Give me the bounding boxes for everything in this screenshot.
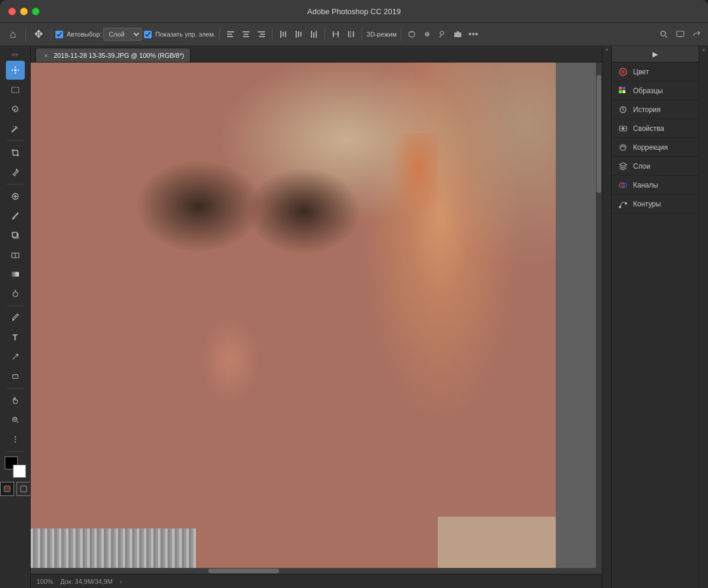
distribute-2-button[interactable] [345,28,358,41]
move-tool-button[interactable]: ✥ [30,26,47,42]
path-select-tool[interactable] [6,347,25,366]
channels-icon [618,180,628,190]
gradient-tool[interactable] [6,265,25,284]
play-icon: ▶ [653,50,658,58]
panel-item-samples[interactable]: Образцы [612,81,699,100]
search-button[interactable] [657,28,670,41]
panel-item-paths[interactable]: Контуры [612,195,699,213]
background-color[interactable] [13,465,26,478]
svg-rect-9 [280,31,281,38]
more-options-button[interactable]: ••• [467,28,480,41]
close-button[interactable] [8,8,16,15]
history-icon [618,104,628,115]
samples-icon [618,86,628,96]
close-tab-btn[interactable]: × [42,51,50,60]
svg-rect-11 [285,31,286,37]
svg-rect-17 [316,31,317,38]
show-transform-label: Показать упр. элем. [155,31,215,38]
change-screen-btn[interactable] [17,482,31,496]
align-right-button[interactable] [255,28,268,41]
tools-collapse-btn[interactable]: «» [6,50,25,59]
dodge-tool[interactable] [6,284,25,303]
svg-rect-14 [300,32,301,37]
move-tool[interactable] [6,61,25,80]
autoselect-group: Автовыбор: Слой Группу [55,28,142,41]
canvas-tabs: × 2019-11-28 13-35-39.JPG @ 100% (RGB/8*… [31,46,602,63]
toolbar-right [657,28,703,41]
panel-item-channels[interactable]: Каналы [612,176,699,195]
svg-point-43 [14,439,15,440]
canvas-viewport[interactable] [31,63,602,574]
maximize-button[interactable] [32,8,40,15]
align-bottom-button[interactable] [307,28,320,41]
rotate-3d-button[interactable] [405,28,418,41]
zoom-3d-button[interactable] [436,28,449,41]
camera-3d-button[interactable] [451,28,464,41]
status-arrow[interactable]: › [120,578,122,585]
status-bar: 100% Док: 34,9M/34,9M › [31,574,602,588]
svg-point-59 [620,206,621,208]
marquee-tool[interactable] [6,80,25,99]
autoselect-checkbox[interactable] [55,31,63,38]
eyedropper-tool[interactable] [6,163,25,182]
canvas-tab[interactable]: × 2019-11-28 13-35-39.JPG @ 100% (RGB/8*… [35,48,191,62]
horizontal-scrollbar[interactable] [31,568,596,574]
magic-wand-tool[interactable] [6,119,25,138]
align-top-button[interactable] [277,28,290,41]
svg-point-44 [14,441,15,442]
color-swatches[interactable] [5,456,26,478]
vertical-scrollbar-thumb[interactable] [596,75,601,193]
vertical-scrollbar[interactable] [596,63,602,574]
svg-rect-38 [12,272,19,277]
lasso-tool[interactable] [6,100,25,119]
svg-rect-29 [12,87,19,93]
align-center-v-button[interactable] [240,28,253,41]
panel-item-correction[interactable]: Коррекция [612,138,699,157]
zoom-level: 100% [37,578,53,585]
right-panel-wrapper: « ▶ Цвет Обр [602,46,708,588]
align-left-button[interactable] [224,28,237,41]
minimize-button[interactable] [20,8,28,15]
tool-sep-2 [7,184,24,185]
show-transform-group: Показать упр. элем. [144,31,215,38]
panel-collapse-right[interactable]: » [699,46,708,588]
panel-item-history[interactable]: История [612,100,699,119]
quick-mask-btn[interactable] [0,482,14,496]
window-controls[interactable] [8,8,40,15]
collapse-icon-right[interactable]: » [701,48,707,51]
toolbar-sep-4 [272,28,273,41]
crop-tool[interactable] [6,143,25,162]
properties-label: Свойства [633,124,664,133]
paths-icon [618,199,628,209]
panel-item-layers[interactable]: Слои [612,157,699,176]
svg-rect-45 [4,486,10,492]
shape-tool[interactable] [6,367,25,386]
more-tools-button[interactable] [6,430,25,449]
align-middle-h-button[interactable] [292,28,305,41]
titlebar: Adobe Photoshop CC 2019 [0,0,708,22]
brush-tool[interactable] [6,206,25,225]
show-transform-checkbox[interactable] [144,31,152,38]
screen-mode-button[interactable] [674,28,687,41]
share-button[interactable] [690,28,703,41]
home-button[interactable]: ⌂ [5,26,21,42]
panel-collapse-left[interactable]: « [602,46,611,588]
panel-play-button[interactable]: ▶ [612,46,699,63]
svg-rect-0 [227,31,234,32]
pan-3d-button[interactable] [421,28,434,41]
autoselect-dropdown[interactable]: Слой Группу [103,28,142,41]
hand-tool[interactable] [6,391,25,410]
heal-tool[interactable] [6,187,25,206]
eraser-tool[interactable] [6,245,25,264]
panel-item-properties[interactable]: Свойства [612,119,699,138]
distribute-1-button[interactable] [329,28,342,41]
collapse-icon-left[interactable]: « [604,48,610,51]
svg-point-27 [661,31,666,36]
horizontal-scrollbar-thumb[interactable] [208,569,279,573]
panel-item-color[interactable]: Цвет [612,63,699,81]
type-tool[interactable]: T [6,328,25,347]
toolbar-sep-5 [324,28,325,41]
clone-tool[interactable] [6,226,25,245]
pen-tool[interactable] [6,308,25,327]
zoom-tool[interactable] [6,410,25,429]
